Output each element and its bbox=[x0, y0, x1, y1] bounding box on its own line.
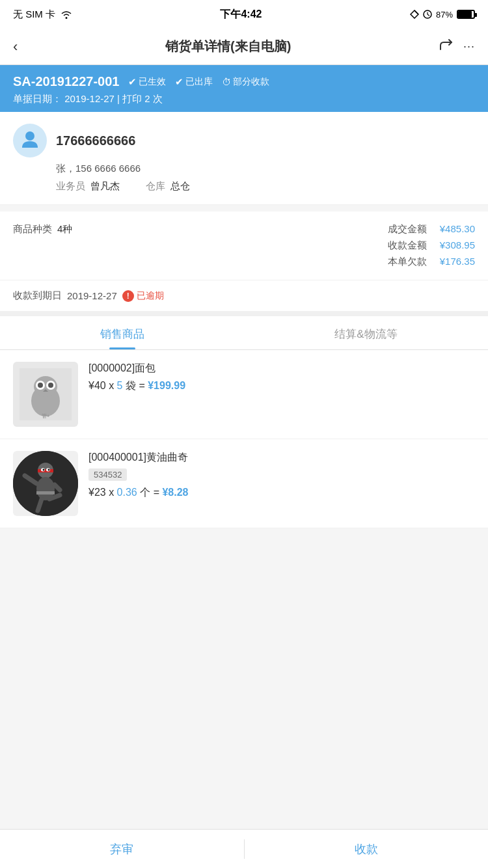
transaction-amount: ¥485.30 bbox=[440, 223, 475, 236]
salesperson-label: 业务员 bbox=[56, 180, 85, 193]
summary-row: 商品种类 4种 成交金额 ¥485.30 收款金额 ¥308.95 本单欠款 ¥… bbox=[13, 223, 475, 268]
received-item: 收款金额 ¥308.95 bbox=[388, 239, 475, 252]
received-label: 收款金额 bbox=[388, 239, 427, 252]
due-section: 收款到期日 2019-12-27 ! 已逾期 bbox=[0, 280, 488, 316]
svg-point-19 bbox=[48, 469, 50, 471]
transaction-item: 成交金额 ¥485.30 bbox=[388, 223, 475, 236]
product-price: ¥23 x 0.36 个 = ¥8.28 bbox=[88, 486, 475, 500]
overdue-badge: ! 已逾期 bbox=[122, 290, 164, 302]
carrier-text: 无 SIM 卡 bbox=[13, 8, 55, 21]
battery-icon bbox=[457, 10, 475, 19]
category-count: 4种 bbox=[57, 223, 72, 236]
overdue-icon: ! bbox=[122, 290, 134, 302]
product-qty: 0.36 bbox=[117, 487, 137, 498]
customer-top: 17666666666 bbox=[13, 124, 475, 157]
tab-sales-products[interactable]: 销售商品 bbox=[0, 316, 244, 349]
status-time: 下午4:42 bbox=[220, 8, 262, 21]
clock-icon bbox=[423, 10, 432, 19]
salesperson-value: 曾凡杰 bbox=[90, 180, 120, 193]
tabs-section: 销售商品 结算&物流等 bbox=[0, 316, 488, 350]
summary-section: 商品种类 4种 成交金额 ¥485.30 收款金额 ¥308.95 本单欠款 ¥… bbox=[0, 211, 488, 280]
svg-point-8 bbox=[48, 383, 53, 388]
product-name: [0000002]面包 bbox=[88, 362, 475, 375]
warehouse-label: 仓库 bbox=[146, 180, 165, 193]
products-section: 管+ [0000002]面包 ¥40 x 5 袋 = ¥199.99 bbox=[0, 350, 488, 528]
product-name: [000400001]黄油曲奇 bbox=[88, 451, 475, 465]
svg-rect-13 bbox=[38, 469, 53, 472]
product-price: ¥40 x 5 袋 = ¥199.99 bbox=[88, 379, 475, 393]
owed-item: 本单欠款 ¥176.35 bbox=[388, 256, 475, 268]
summary-right: 成交金额 ¥485.30 收款金额 ¥308.95 本单欠款 ¥176.35 bbox=[388, 223, 475, 268]
tab-settlement[interactable]: 结算&物流等 bbox=[244, 316, 488, 349]
customer-phone: 17666666666 bbox=[56, 133, 135, 148]
wifi-icon bbox=[61, 10, 72, 19]
page-title: 销货单详情(来自电脑) bbox=[165, 38, 291, 55]
salesperson-item: 业务员 曾凡杰 bbox=[56, 180, 120, 193]
status-bar: 无 SIM 卡 下午4:42 87% bbox=[0, 0, 488, 29]
person-icon bbox=[20, 128, 40, 154]
product-info: [000400001]黄油曲奇 534532 ¥23 x 0.36 个 = ¥8… bbox=[88, 451, 475, 500]
badge-partial: ⏱ 部分收款 bbox=[222, 76, 269, 88]
product-info: [0000002]面包 ¥40 x 5 袋 = ¥199.99 bbox=[88, 362, 475, 393]
svg-rect-15 bbox=[36, 491, 55, 495]
status-right: 87% bbox=[410, 10, 475, 20]
received-amount: ¥308.95 bbox=[440, 239, 475, 252]
status-carrier: 无 SIM 卡 bbox=[13, 8, 72, 21]
overdue-label: 已逾期 bbox=[137, 290, 164, 302]
order-id: SA-20191227-001 bbox=[13, 74, 119, 89]
avatar bbox=[13, 124, 47, 157]
header-banner: SA-20191227-001 ✔ 已生效 ✔ 已出库 ⏱ 部分收款 单据日期：… bbox=[0, 65, 488, 112]
product-total: ¥199.99 bbox=[148, 380, 185, 391]
collect-button[interactable]: 收款 bbox=[245, 835, 489, 863]
nav-bar: ‹ 销货单详情(来自电脑) ··· bbox=[0, 29, 488, 65]
warehouse-item: 仓库 总仓 bbox=[146, 180, 190, 193]
badge-shipped: ✔ 已出库 bbox=[175, 76, 213, 88]
transaction-label: 成交金额 bbox=[388, 223, 427, 236]
share-icon[interactable] bbox=[439, 38, 453, 55]
list-item: 管+ [0000002]面包 ¥40 x 5 袋 = ¥199.99 bbox=[0, 350, 488, 439]
svg-text:管+: 管+ bbox=[42, 413, 50, 419]
customer-sub: 张，156 6666 6666 bbox=[56, 163, 475, 175]
owed-amount: ¥176.35 bbox=[440, 256, 475, 268]
cancel-audit-button[interactable]: 弃审 bbox=[0, 835, 244, 863]
customer-section: 17666666666 张，156 6666 6666 业务员 曾凡杰 仓库 总… bbox=[0, 112, 488, 205]
summary-left: 商品种类 4种 bbox=[13, 223, 72, 236]
battery-percent: 87% bbox=[436, 10, 453, 20]
list-item: [000400001]黄油曲奇 534532 ¥23 x 0.36 个 = ¥8… bbox=[0, 439, 488, 528]
nav-actions: ··· bbox=[439, 38, 475, 55]
banner-bottom: 单据日期： 2019-12-27 | 打印 2 次 bbox=[13, 93, 475, 105]
product-image-karate bbox=[13, 451, 78, 516]
svg-point-1 bbox=[25, 131, 34, 141]
location-icon bbox=[410, 10, 419, 19]
product-qty: 5 bbox=[117, 380, 123, 391]
badge-effective: ✔ 已生效 bbox=[128, 76, 166, 88]
product-tag: 534532 bbox=[88, 468, 127, 481]
customer-meta: 业务员 曾凡杰 仓库 总仓 bbox=[56, 180, 475, 193]
banner-top: SA-20191227-001 ✔ 已生效 ✔ 已出库 ⏱ 部分收款 bbox=[13, 74, 475, 89]
product-image-owl: 管+ bbox=[13, 362, 78, 427]
back-button[interactable]: ‹ bbox=[13, 38, 18, 55]
category-label: 商品种类 bbox=[13, 223, 52, 236]
bottom-bar: 弃审 收款 bbox=[0, 829, 488, 868]
warehouse-value: 总仓 bbox=[170, 180, 190, 193]
product-thumbnail bbox=[13, 451, 78, 516]
product-thumbnail: 管+ bbox=[13, 362, 78, 427]
svg-point-7 bbox=[38, 383, 43, 388]
svg-point-18 bbox=[43, 469, 45, 471]
owed-label: 本单欠款 bbox=[388, 256, 427, 268]
product-total: ¥8.28 bbox=[162, 487, 188, 498]
due-label: 收款到期日 bbox=[13, 290, 62, 302]
customer-details: 张，156 6666 6666 业务员 曾凡杰 仓库 总仓 bbox=[13, 163, 475, 193]
more-icon[interactable]: ··· bbox=[463, 40, 475, 53]
battery-fill bbox=[458, 11, 472, 18]
due-date: 2019-12-27 bbox=[67, 290, 117, 301]
back-icon[interactable]: ‹ bbox=[13, 38, 18, 55]
